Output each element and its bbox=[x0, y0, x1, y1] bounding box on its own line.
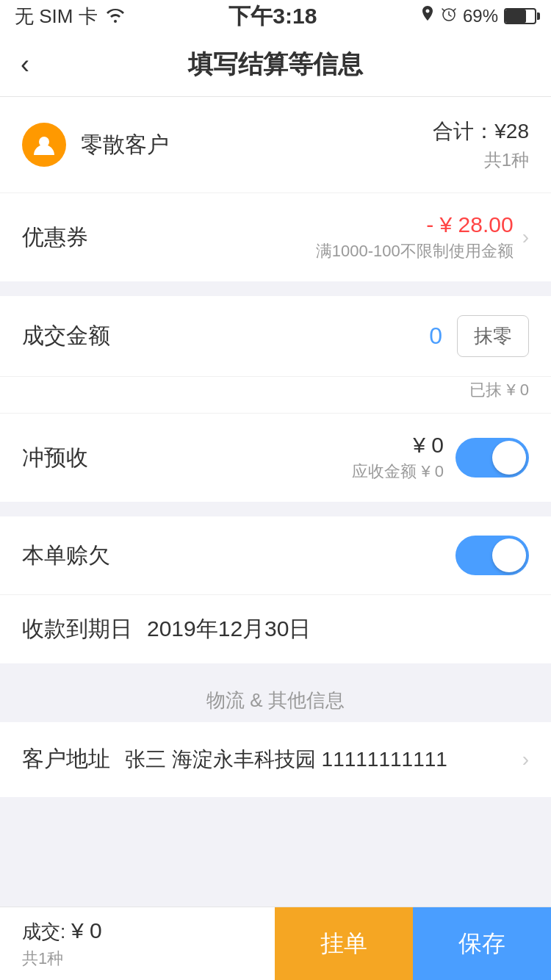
logistics-divider: 物流 & 其他信息 bbox=[0, 678, 551, 722]
bottom-deal-amount: ¥ 0 bbox=[71, 918, 102, 943]
status-bar: 无 SIM 卡 下午3:18 69% bbox=[0, 0, 551, 32]
wifi-icon bbox=[105, 5, 126, 28]
pending-button[interactable]: 挂单 bbox=[275, 907, 413, 981]
status-time: 下午3:18 bbox=[228, 1, 317, 32]
customer-name: 零散客户 bbox=[81, 130, 169, 160]
total-amount: 合计：¥28 bbox=[433, 118, 529, 145]
precollect-amounts: ¥ 0 应收金额 ¥ 0 bbox=[352, 433, 444, 483]
precollect-right: ¥ 0 应收金额 ¥ 0 bbox=[352, 433, 529, 483]
coupon-amount: - ¥ 28.00 bbox=[316, 212, 514, 237]
battery-icon bbox=[504, 8, 536, 24]
debt-section: 本单赊欠 收款到期日 2019年12月30日 bbox=[0, 516, 551, 663]
customer-left: 零散客户 bbox=[22, 123, 169, 167]
debt-toggle[interactable] bbox=[455, 536, 529, 575]
precollect-label: 冲预收 bbox=[22, 443, 88, 473]
precollect-toggle[interactable] bbox=[455, 438, 529, 478]
debt-label: 本单赊欠 bbox=[22, 541, 110, 571]
deal-amount-section: 成交金额 0 抹零 已抹 ¥ 0 冲预收 ¥ 0 应收金额 ¥ 0 bbox=[0, 296, 551, 502]
bottom-deal-label: 成交: bbox=[22, 920, 65, 943]
deal-amount-label: 成交金额 bbox=[22, 321, 110, 351]
address-chevron-icon: › bbox=[522, 748, 529, 771]
due-date-label: 收款到期日 bbox=[22, 614, 132, 644]
address-key: 客户地址 bbox=[22, 744, 110, 774]
address-left: 客户地址 张三 海淀永丰科技园 11111111111 bbox=[22, 744, 447, 775]
already-rounded-text: 已抹 ¥ 0 bbox=[0, 377, 551, 413]
back-button[interactable]: ‹ bbox=[21, 49, 29, 80]
coupon-label: 优惠券 bbox=[22, 223, 88, 253]
debt-row: 本单赊欠 bbox=[0, 516, 551, 594]
nav-bar: ‹ 填写结算等信息 bbox=[0, 32, 551, 97]
address-section: 客户地址 张三 海淀永丰科技园 11111111111 › bbox=[0, 722, 551, 797]
deal-amount-row: 成交金额 0 抹零 bbox=[0, 296, 551, 377]
precollect-row: 冲预收 ¥ 0 应收金额 ¥ 0 bbox=[0, 413, 551, 502]
sim-text: 无 SIM 卡 bbox=[15, 4, 98, 29]
due-date-value[interactable]: 2019年12月30日 bbox=[147, 614, 311, 644]
receivable-amount: 应收金额 ¥ 0 bbox=[352, 461, 444, 483]
bottom-deal-row: 成交: ¥ 0 bbox=[22, 918, 253, 945]
battery-percent: 69% bbox=[463, 6, 498, 26]
alarm-icon bbox=[441, 6, 457, 26]
due-date-row: 收款到期日 2019年12月30日 bbox=[0, 594, 551, 663]
customer-section: 零散客户 合计：¥28 共1种 优惠券 - ¥ 28.00 满1000-100不… bbox=[0, 97, 551, 281]
logistics-label: 物流 & 其他信息 bbox=[206, 688, 345, 713]
total-count: 共1种 bbox=[433, 148, 529, 172]
precollect-amount: ¥ 0 bbox=[352, 433, 444, 458]
customer-right: 合计：¥28 共1种 bbox=[433, 118, 529, 172]
coupon-row[interactable]: 优惠券 - ¥ 28.00 满1000-100不限制使用金额 › bbox=[0, 192, 551, 281]
page-title: 填写结算等信息 bbox=[188, 48, 363, 82]
address-value: 张三 海淀永丰科技园 11111111111 bbox=[125, 744, 447, 775]
bottom-bar: 成交: ¥ 0 共1种 挂单 保存 bbox=[0, 907, 551, 980]
status-left: 无 SIM 卡 bbox=[15, 4, 126, 29]
content: 零散客户 合计：¥28 共1种 优惠券 - ¥ 28.00 满1000-100不… bbox=[0, 97, 551, 893]
bottom-count: 共1种 bbox=[22, 948, 253, 970]
round-zero-button[interactable]: 抹零 bbox=[457, 315, 529, 357]
location-icon bbox=[420, 6, 435, 26]
save-button[interactable]: 保存 bbox=[413, 907, 551, 981]
coupon-right: - ¥ 28.00 满1000-100不限制使用金额 › bbox=[316, 212, 529, 262]
status-right: 69% bbox=[420, 6, 536, 26]
customer-row: 零散客户 合计：¥28 共1种 bbox=[0, 97, 551, 192]
deal-amount-right: 0 抹零 bbox=[413, 315, 529, 357]
address-row[interactable]: 客户地址 张三 海淀永丰科技园 11111111111 › bbox=[0, 722, 551, 797]
coupon-description: 满1000-100不限制使用金额 bbox=[316, 240, 514, 262]
battery-fill bbox=[505, 10, 526, 23]
avatar bbox=[22, 123, 66, 167]
deal-amount-input[interactable]: 0 bbox=[413, 323, 442, 350]
coupon-info: - ¥ 28.00 满1000-100不限制使用金额 bbox=[316, 212, 514, 262]
bottom-summary: 成交: ¥ 0 共1种 bbox=[0, 918, 275, 970]
chevron-right-icon: › bbox=[522, 226, 529, 249]
